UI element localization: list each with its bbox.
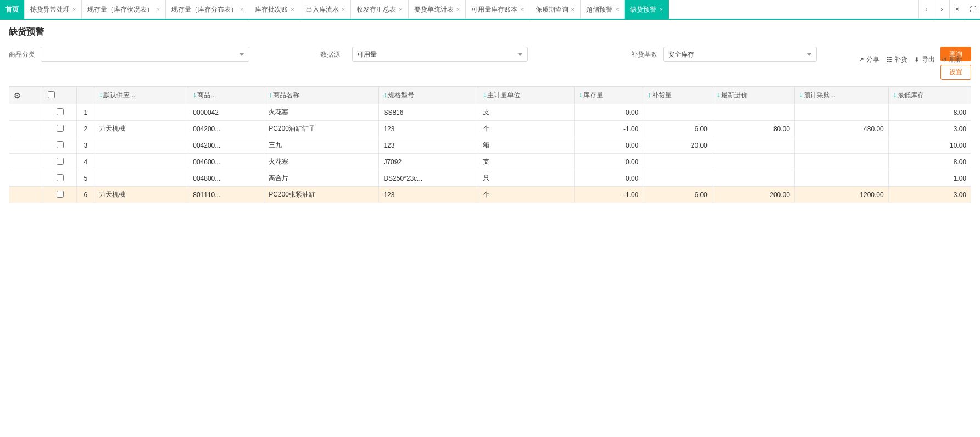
category-select[interactable] (41, 47, 249, 62)
th-product_name[interactable]: ↕商品名称 (264, 87, 379, 104)
table-row: 5004800...离合片DS250*23c...只0.001.00 (9, 170, 971, 187)
cell-replenish: 6.00 (643, 187, 712, 203)
tab-close-icon-9[interactable]: × (571, 6, 575, 13)
table-body: 10000042火花塞SS816支0.008.002力天机械004200...P… (9, 104, 971, 203)
page-title: 缺货预警 (9, 26, 971, 38)
cell-stock: 0.00 (574, 154, 643, 170)
cell-default_supplier: 力天机械 (94, 121, 188, 137)
th-gear[interactable]: ⚙ (9, 87, 43, 104)
nav-tab-11[interactable]: 缺货预警× (625, 0, 669, 19)
row-checkbox-cell[interactable] (43, 137, 77, 154)
row-number: 4 (77, 154, 94, 170)
tab-close-icon-1[interactable]: × (73, 6, 76, 13)
nav-tab-1[interactable]: 拣货异常处理× (25, 0, 82, 19)
nav-tab-0[interactable]: 首页 (0, 0, 25, 19)
row-number: 2 (77, 121, 94, 137)
tab-close-icon-2[interactable]: × (156, 6, 159, 13)
row-checkbox-cell[interactable] (43, 170, 77, 187)
tab-close-icon-10[interactable]: × (615, 6, 619, 13)
cell-product_name: 火花塞 (264, 154, 379, 170)
nav-prev-btn[interactable]: ‹ (918, 0, 934, 19)
nav-tab-9[interactable]: 保质期查询× (530, 0, 581, 19)
cell-product_code: 004600... (188, 154, 264, 170)
tab-close-icon-3[interactable]: × (240, 6, 243, 13)
cell-replenish: 6.00 (643, 121, 712, 137)
nav-next-btn[interactable]: › (934, 0, 949, 19)
cell-product_name: PC200油缸缸子 (264, 121, 379, 137)
datasource-label: 数据源 (320, 50, 348, 59)
cell-unit: 个 (478, 121, 574, 137)
share-action[interactable]: ↗ 分享 (859, 55, 879, 64)
nav-tab-7[interactable]: 要货单统计表× (409, 0, 466, 19)
th-default_supplier[interactable]: ↕默认供应... (94, 87, 188, 104)
th-min_stock[interactable]: ↕最低库存 (888, 87, 971, 104)
nav-fullscreen-btn[interactable]: ⛶ (965, 0, 980, 19)
th-replenish[interactable]: ↕补货量 (643, 87, 712, 104)
cell-min_stock: 3.00 (888, 121, 971, 137)
cell-stock: 0.00 (574, 104, 643, 121)
top-navigation: 首页拣货异常处理×现存量（库存状况表）×现存量（库存分布表）×库存批次账×出入库… (0, 0, 980, 20)
cell-latest_price: 80.00 (712, 121, 794, 137)
row-number: 3 (77, 137, 94, 154)
replenish-action[interactable]: ☷ 补货 (886, 55, 907, 64)
cell-product_name: 离合片 (264, 170, 379, 187)
cell-min_stock: 3.00 (888, 187, 971, 203)
replenish-base-select[interactable]: 安全库存 (663, 47, 817, 62)
cell-latest_price: 200.00 (712, 187, 794, 203)
th-unit[interactable]: ↕主计量单位 (478, 87, 574, 104)
cell-unit: 个 (478, 187, 574, 203)
cell-product_code: 004200... (188, 121, 264, 137)
tab-close-icon-11[interactable]: × (659, 6, 662, 13)
th-checkbox[interactable] (43, 87, 77, 104)
cell-default_supplier: 力天机械 (94, 187, 188, 203)
main-content: 缺货预警 ↗ 分享 ☷ 补货 ⬇ 导出 ↺ 刷新 商品分类 (0, 20, 980, 437)
th-product_code[interactable]: ↕商品... (188, 87, 264, 104)
table-row: 4004600...火花塞J7092支0.008.00 (9, 154, 971, 170)
nav-tab-6[interactable]: 收发存汇总表× (351, 0, 408, 19)
row-checkbox-cell[interactable] (43, 187, 77, 203)
th-latest_price[interactable]: ↕最新进价 (712, 87, 794, 104)
table-row: 10000042火花塞SS816支0.008.00 (9, 104, 971, 121)
table-header: ⚙↕默认供应...↕商品...↕商品名称↕规格型号↕主计量单位↕库存量↕补货量↕… (9, 87, 971, 104)
nav-controls: ‹ › × ⛶ (918, 0, 980, 19)
cell-default_supplier (94, 137, 188, 154)
cell-stock: -1.00 (574, 121, 643, 137)
table-row: 3004200...三九123箱0.0020.0010.00 (9, 137, 971, 154)
tab-close-icon-6[interactable]: × (399, 6, 402, 13)
row-checkbox[interactable] (57, 191, 64, 198)
row-checkbox[interactable] (57, 125, 64, 132)
refresh-action[interactable]: ↺ 刷新 (942, 55, 962, 64)
settings-button[interactable]: 设置 (940, 65, 971, 80)
th-stock[interactable]: ↕库存量 (574, 87, 643, 104)
nav-tab-10[interactable]: 超储预警× (581, 0, 625, 19)
row-checkbox[interactable] (57, 158, 64, 165)
cell-product_name: PC200张紧油缸 (264, 187, 379, 203)
th-estimated_purchase[interactable]: ↕预计采购... (794, 87, 888, 104)
row-checkbox[interactable] (57, 141, 64, 148)
tab-close-icon-5[interactable]: × (342, 6, 345, 13)
row-checkbox[interactable] (57, 108, 64, 115)
row-checkbox-cell[interactable] (43, 121, 77, 137)
nav-close-tab-btn[interactable]: × (949, 0, 965, 19)
header-checkbox[interactable] (48, 91, 55, 98)
tab-close-icon-8[interactable]: × (520, 6, 524, 13)
row-number: 5 (77, 170, 94, 187)
row-checkbox[interactable] (57, 174, 64, 181)
table-row: 2力天机械004200...PC200油缸缸子123个-1.006.0080.0… (9, 121, 971, 137)
nav-tab-4[interactable]: 库存批次账× (249, 0, 300, 19)
nav-tab-2[interactable]: 现存量（库存状况表）× (82, 0, 165, 19)
cell-replenish (643, 104, 712, 121)
nav-tab-8[interactable]: 可用量库存账本× (466, 0, 530, 19)
cell-latest_price (712, 154, 794, 170)
nav-tab-3[interactable]: 现存量（库存分布表）× (166, 0, 249, 19)
th-spec[interactable]: ↕规格型号 (379, 87, 478, 104)
nav-tab-5[interactable]: 出入库流水× (300, 0, 351, 19)
tab-close-icon-7[interactable]: × (456, 6, 460, 13)
row-checkbox-cell[interactable] (43, 104, 77, 121)
export-action[interactable]: ⬇ 导出 (914, 55, 935, 64)
tab-close-icon-4[interactable]: × (291, 6, 294, 13)
datasource-select[interactable]: 可用量 (352, 47, 528, 62)
category-label: 商品分类 (9, 50, 36, 59)
row-checkbox-cell[interactable] (43, 154, 77, 170)
cell-min_stock: 10.00 (888, 137, 971, 154)
